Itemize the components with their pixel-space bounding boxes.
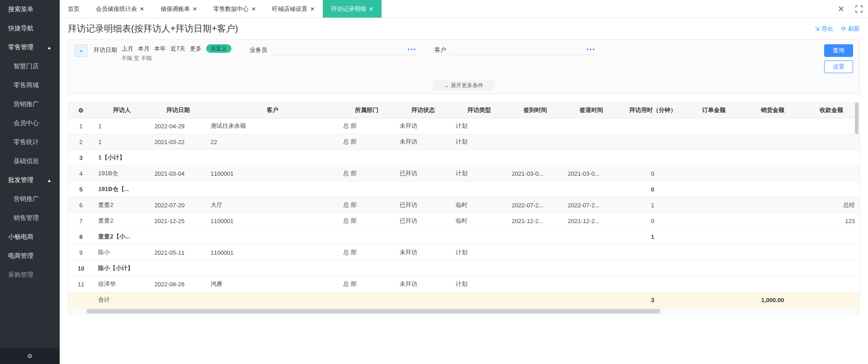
cell: 0: [619, 182, 686, 197]
tab-item[interactable]: 零售数据中心✕: [205, 0, 264, 18]
date-custom-pill[interactable]: 自定义: [206, 44, 231, 53]
sidebar-item[interactable]: 营销推广: [0, 190, 60, 209]
close-all-button[interactable]: ✕: [832, 4, 850, 14]
sidebar-item[interactable]: 采购管理: [0, 266, 60, 285]
cell: [339, 150, 395, 166]
col-type[interactable]: 拜访类型: [451, 103, 507, 118]
sidebar-item[interactable]: 小畅电商: [0, 228, 60, 247]
cell: [563, 276, 619, 292]
col-status[interactable]: 拜访状态: [395, 103, 451, 118]
subtotal-row[interactable]: 31【小计】: [68, 150, 859, 166]
col-sale[interactable]: 销货金额: [742, 103, 803, 118]
total-duration: 3: [619, 292, 686, 308]
cell: 1: [619, 229, 686, 245]
tab-home[interactable]: 首页: [60, 0, 88, 18]
cell: [206, 229, 339, 245]
col-customer[interactable]: 客户: [206, 103, 339, 118]
cell: 计划: [451, 166, 507, 182]
subtotal-row[interactable]: 5191B仓【...0: [68, 182, 859, 197]
close-icon[interactable]: ✕: [369, 6, 373, 12]
close-icon[interactable]: ✕: [193, 6, 197, 12]
table-row[interactable]: 6查查22022-07-20大厅总 部已拜访临时2022-07-2...2022…: [68, 197, 859, 213]
field-label: 客户: [434, 46, 446, 54]
tab-item[interactable]: 旺铺店铺设置✕: [264, 0, 323, 18]
col-date[interactable]: 拜访日期: [150, 103, 206, 118]
cell: [686, 166, 742, 182]
cell: 已拜访: [395, 197, 451, 213]
date-opt[interactable]: 近7天: [170, 45, 185, 53]
col-dept[interactable]: 所属部门: [339, 103, 395, 118]
col-duration[interactable]: 拜访用时（分钟）: [619, 103, 686, 118]
expand-more-button[interactable]: ⌄ 展开更多条件: [434, 80, 494, 91]
col-in[interactable]: 签到时间: [507, 103, 563, 118]
subtotal-row[interactable]: 10陈小【小计】: [68, 261, 859, 276]
cell: [619, 261, 686, 276]
sidebar-quicknav[interactable]: 快捷导航: [0, 19, 60, 38]
gear-column[interactable]: ⚙: [68, 103, 94, 118]
table-row[interactable]: 112022-04-29测试往来余额总 部未拜访计划: [68, 118, 859, 134]
cell: 2022-08-26: [150, 276, 206, 292]
table-row[interactable]: 11徐泽华2022-08-26鸿雁总 部未拜访计划: [68, 276, 859, 292]
sidebar-item[interactable]: 电商管理: [0, 247, 60, 266]
cell: 0: [619, 213, 686, 229]
sidebar-item[interactable]: 会员中心: [0, 114, 60, 133]
date-opt[interactable]: 本年: [154, 45, 166, 53]
sidebar-section-retail[interactable]: 零售管理 ▲: [0, 38, 60, 57]
refresh-button[interactable]: ⟳刷新: [841, 25, 860, 33]
cell: [686, 182, 742, 197]
date-opt[interactable]: 本月: [138, 45, 150, 53]
sidebar-item[interactable]: 营销推广: [0, 95, 60, 114]
settings-button[interactable]: 设置: [824, 61, 853, 73]
collapse-filter-button[interactable]: »: [75, 44, 87, 57]
customer-picker[interactable]: •••: [451, 44, 595, 55]
col-order[interactable]: 订单金额: [686, 103, 742, 118]
sidebar-search[interactable]: 搜索菜单: [0, 0, 60, 19]
sidebar-settings[interactable]: ⚙: [0, 348, 60, 364]
cell: 191B仓: [94, 166, 150, 182]
sidebar-item[interactable]: 基础信息: [0, 152, 60, 171]
close-icon[interactable]: ✕: [251, 6, 256, 12]
sidebar-section-label: 零售管理: [8, 43, 33, 51]
tab-item[interactable]: 储值调账单✕: [152, 0, 205, 18]
cell: [619, 134, 686, 150]
cell: [686, 245, 742, 261]
fullscreen-icon[interactable]: [850, 5, 868, 13]
date-opt[interactable]: 更多: [190, 45, 202, 53]
more-icon[interactable]: •••: [408, 46, 417, 53]
cell: 6: [68, 197, 94, 213]
close-icon[interactable]: ✕: [310, 6, 315, 12]
sidebar-item[interactable]: 零售商城: [0, 76, 60, 95]
col-out[interactable]: 签退时间: [563, 103, 619, 118]
table-row[interactable]: 7查查22021-12-251100001总 部已拜访临时2021-12-2..…: [68, 213, 859, 229]
vertical-scrollbar[interactable]: [855, 103, 859, 134]
cell: 1【小计】: [94, 150, 150, 166]
cell: 5: [68, 182, 94, 197]
table-row[interactable]: 212021-03-2222总 部未拜访计划: [68, 134, 859, 150]
sidebar-section-wholesale[interactable]: 批发管理 ▲: [0, 171, 60, 190]
cell: 查查2: [94, 197, 150, 213]
cell: 11: [68, 276, 94, 292]
query-button[interactable]: 查询: [824, 44, 853, 57]
tab-item-active[interactable]: 拜访记录明细✕: [323, 0, 382, 18]
sidebar-item[interactable]: 零售统计: [0, 133, 60, 152]
more-icon[interactable]: •••: [587, 46, 596, 53]
cell: [619, 245, 686, 261]
cell: [451, 182, 507, 197]
salesperson-picker[interactable]: •••: [272, 44, 416, 55]
col-recv[interactable]: 收款金额: [803, 103, 859, 118]
close-icon[interactable]: ✕: [140, 6, 144, 12]
export-button[interactable]: ⇲导出: [815, 25, 833, 33]
sidebar-item[interactable]: 销售管理: [0, 209, 60, 228]
subtotal-row[interactable]: 8查查2【小...1: [68, 229, 859, 245]
table-row[interactable]: 9陈小2021-05-111100001总 部未拜访计划: [68, 245, 859, 261]
expand-more-wrap: ⌄ 展开更多条件: [68, 78, 859, 93]
table-header: ⚙ 拜访人 拜访日期 客户 所属部门 拜访状态 拜访类型 签到时间 签退时间 拜…: [68, 103, 859, 118]
table-row[interactable]: 4191B仓2021-03-041100001总 部已拜访计划2021-03-0…: [68, 166, 859, 182]
col-person[interactable]: 拜访人: [94, 103, 150, 118]
cell: [803, 245, 859, 261]
tab-item[interactable]: 会员储值统计表✕: [88, 0, 152, 18]
cell: 陈小: [94, 245, 150, 261]
horizontal-scrollbar[interactable]: [68, 308, 859, 314]
sidebar-item[interactable]: 智慧门店: [0, 57, 60, 76]
date-opt[interactable]: 上月: [122, 45, 133, 53]
